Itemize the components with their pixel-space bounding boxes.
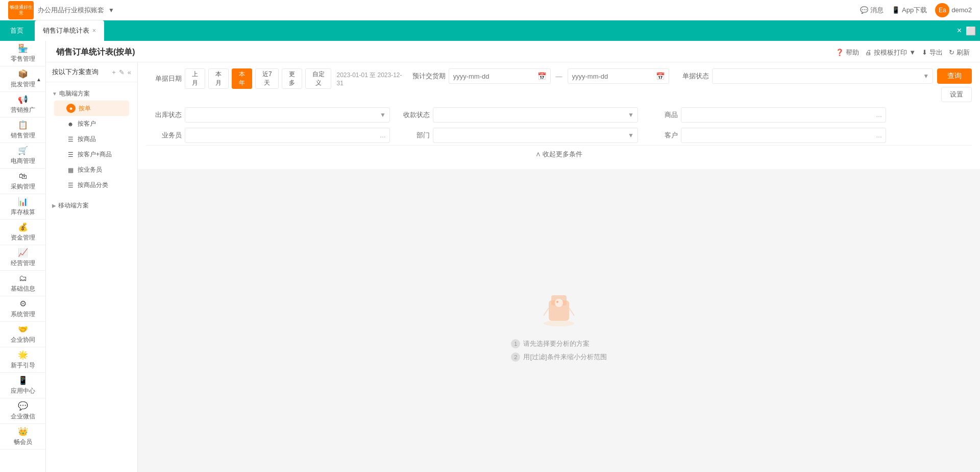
page-title: 销售订单统计表(按单) xyxy=(56,47,135,58)
workspace-dropdown[interactable]: ▼ xyxy=(108,7,114,14)
edit-scheme-btn[interactable]: ✎ xyxy=(119,68,125,76)
scheme-item-label: 按商品 xyxy=(78,135,96,144)
sidebar-item-system[interactable]: ⚙ 系统管理 xyxy=(0,296,45,322)
sidebar-item-basic[interactable]: 🗂 基础信息 xyxy=(0,271,45,296)
delivery-date-end-input[interactable] xyxy=(572,73,654,80)
single-status-dropdown[interactable] xyxy=(712,68,933,84)
print-icon: 🖨 xyxy=(865,49,872,56)
hint-num-1: 1 xyxy=(511,339,520,348)
salesman-input[interactable] xyxy=(185,128,390,143)
scheme-section: ▼ 电脑端方案 ● 按单 ☻ 按客户 ☰ 按商品 xyxy=(46,82,137,217)
window-maximize-btn[interactable]: ⬜ xyxy=(966,26,976,36)
salesman-input-wrapper: … xyxy=(185,128,390,143)
scheme-group-header-desktop[interactable]: ▼ 电脑端方案 xyxy=(52,87,131,100)
hint-num-2: 2 xyxy=(511,352,520,362)
help-btn[interactable]: ❓ 帮助 xyxy=(836,48,859,57)
department-dropdown[interactable] xyxy=(433,128,638,143)
salesman-scheme-icon: ▦ xyxy=(66,166,75,174)
sidebar-item-enterprise[interactable]: 🤝 企业协同 xyxy=(0,322,45,347)
date-btn-this-month[interactable]: 本月 xyxy=(208,68,229,89)
query-button[interactable]: 查询 xyxy=(937,68,972,84)
help-icon: ❓ xyxy=(836,49,844,56)
sidebar-item-inventory[interactable]: 📊 库存核算 xyxy=(0,194,45,220)
date-btn-this-year[interactable]: 本年 xyxy=(232,68,252,89)
goods-label: 商品 xyxy=(642,110,678,120)
salesman-more-btn[interactable]: … xyxy=(380,132,386,139)
goods-more-btn[interactable]: … xyxy=(876,111,882,119)
print-dropdown-icon: ▼ xyxy=(909,49,916,56)
app-download-btn[interactable]: 📱 App下载 xyxy=(892,6,927,15)
svg-line-6 xyxy=(569,308,574,316)
tab-close-btn[interactable]: × xyxy=(92,27,96,34)
receipt-status-dropdown[interactable] xyxy=(433,107,638,123)
scheme-group-mobile: ▶ 移动端方案 xyxy=(46,196,137,215)
scheme-item-by-salesman[interactable]: ▦ 按业务员 xyxy=(54,162,129,177)
sidebar-finance-label: 资金管理 xyxy=(11,233,35,242)
sidebar-item-sales[interactable]: 📋 销售管理 xyxy=(0,117,45,143)
date-btn-7days[interactable]: 近7天 xyxy=(255,68,279,89)
sidebar-item-ecommerce[interactable]: 🛒 电商管理 xyxy=(0,143,45,169)
sidebar-item-appcenter[interactable]: 📱 应用中心 xyxy=(0,373,45,398)
collapse-bar[interactable]: ∧ 收起更多条件 xyxy=(146,145,972,163)
goods-scheme-icon: ☰ xyxy=(66,135,75,144)
collapse-panel-btn[interactable]: « xyxy=(128,68,131,76)
customer-input[interactable] xyxy=(681,128,886,143)
marketing-icon: 📢 xyxy=(18,95,28,104)
scheme-item-by-customer[interactable]: ☻ 按客户 xyxy=(54,116,129,131)
left-panel-actions: + ✎ « xyxy=(112,68,131,76)
group-collapse-arrow: ▶ xyxy=(52,203,56,208)
scheme-item-by-goods[interactable]: ☰ 按商品 xyxy=(54,132,129,147)
tab-sales-order[interactable]: 销售订单统计表 × xyxy=(35,20,104,41)
calendar-icon-start: 📅 xyxy=(537,72,546,80)
sales-icon: 📋 xyxy=(18,120,28,130)
username: demo2 xyxy=(951,6,972,14)
sidebar-item-newbie[interactable]: 🌟 新手引导 xyxy=(0,347,45,373)
out-stock-dropdown[interactable] xyxy=(185,107,390,123)
date-btn-custom[interactable]: 自定义 xyxy=(305,68,331,89)
date-range-text: 2023-01-01 至 2023-12-31 xyxy=(336,71,405,87)
purchase-icon: 🛍 xyxy=(19,172,27,181)
appcenter-icon: 📱 xyxy=(18,375,28,385)
svg-line-5 xyxy=(544,308,549,316)
scheme-item-by-order[interactable]: ● 按单 xyxy=(54,101,129,116)
sidebar-item-purchase[interactable]: 🛍 采购管理 xyxy=(0,169,45,194)
sidebar: 🏪 零售管理 📦 批发管理 ▲ 📢 营销推广 📋 销售管理 🛒 电商管理 🛍 采… xyxy=(0,41,46,472)
hint-text-2: 用[过滤]条件来缩小分析范围 xyxy=(523,352,606,362)
user-menu[interactable]: Ea demo2 xyxy=(935,3,972,17)
sidebar-item-wechat[interactable]: 💬 企业微信 xyxy=(0,398,45,424)
sidebar-item-wholesale[interactable]: 📦 批发管理 ▲ xyxy=(0,66,45,92)
calendar-icon-end: 📅 xyxy=(656,72,665,80)
delivery-date-start: 📅 xyxy=(449,68,551,84)
sidebar-item-operations[interactable]: 📈 经营管理 xyxy=(0,245,45,271)
export-btn[interactable]: ⬇ 导出 xyxy=(922,48,943,57)
add-scheme-btn[interactable]: + xyxy=(112,68,116,76)
refresh-btn[interactable]: ↻ 刷新 xyxy=(949,48,970,57)
sidebar-wholesale-label: 批发管理 xyxy=(11,80,35,89)
sidebar-item-marketing[interactable]: 📢 营销推广 xyxy=(0,92,45,117)
sidebar-item-finance[interactable]: 💰 资金管理 xyxy=(0,220,45,245)
scheme-item-by-customer-goods[interactable]: ☰ 按客户+商品 xyxy=(54,147,129,162)
customer-more-btn[interactable]: … xyxy=(876,132,882,139)
tab-home[interactable]: 首页 xyxy=(0,20,34,41)
date-btn-group: 上月 本月 本年 近7天 更多 自定义 xyxy=(185,68,331,89)
message-btn[interactable]: 💬 消息 xyxy=(860,6,884,15)
date-btn-last-month[interactable]: 上月 xyxy=(185,68,205,89)
date-separator: — xyxy=(556,73,562,80)
settings-button[interactable]: 设置 xyxy=(941,87,972,102)
sidebar-item-membership[interactable]: 👑 畅会员 xyxy=(0,424,45,450)
retail-icon: 🏪 xyxy=(18,43,28,53)
sidebar-item-retail[interactable]: 🏪 零售管理 xyxy=(0,41,45,66)
window-close-btn[interactable]: × xyxy=(957,26,962,35)
print-btn[interactable]: 🖨 按模板打印 ▼ xyxy=(865,48,916,57)
svg-point-4 xyxy=(556,301,558,303)
delivery-date-start-input[interactable] xyxy=(453,73,535,80)
date-btn-more[interactable]: 更多 xyxy=(282,68,302,89)
single-status-label: 单据状态 xyxy=(673,72,709,81)
goods-input[interactable] xyxy=(681,107,886,123)
sidebar-purchase-label: 采购管理 xyxy=(11,182,35,191)
scheme-group-header-mobile[interactable]: ▶ 移动端方案 xyxy=(52,199,131,212)
customer-goods-scheme-icon: ☰ xyxy=(66,151,75,159)
scheme-item-by-category[interactable]: ☰ 按商品分类 xyxy=(54,178,129,193)
receipt-status-select: ▼ xyxy=(433,107,638,123)
message-label: 消息 xyxy=(870,6,884,15)
